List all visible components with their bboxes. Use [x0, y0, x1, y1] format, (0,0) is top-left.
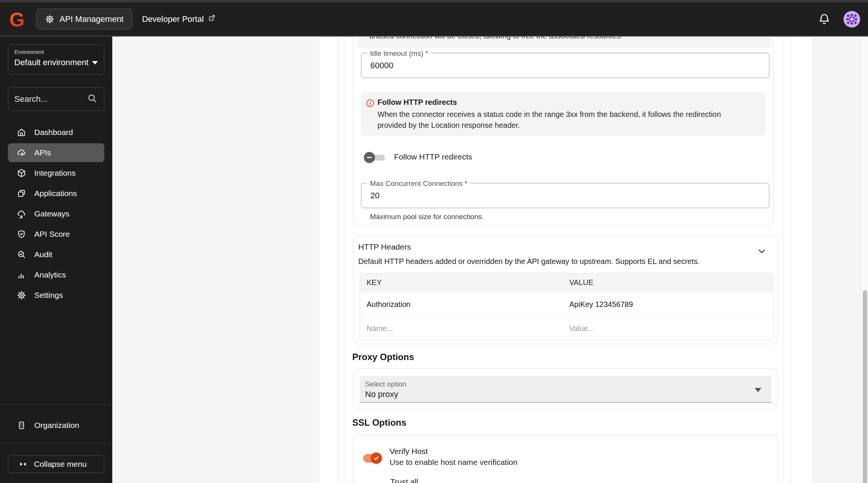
- external-link-icon: [208, 14, 216, 24]
- follow-redirects-info: Follow HTTP redirects When the connector…: [361, 92, 765, 136]
- http-headers-card: HTTP Headers Default HTTP headers added …: [353, 236, 778, 344]
- sidebar-item-label: Gateways: [34, 209, 69, 218]
- main-content: unused connection will be closed, allowi…: [112, 37, 868, 483]
- collapse-menu-button[interactable]: Collapse menu: [8, 455, 104, 473]
- verify-host-toggle[interactable]: [363, 452, 383, 464]
- environment-label: Environment: [14, 49, 98, 55]
- table-header-row: KEY VALUE: [360, 273, 773, 292]
- sidebar-item-dashboard[interactable]: Dashboard: [8, 123, 104, 142]
- windows-stack-icon: [17, 189, 26, 198]
- collapse-arrows-icon: [18, 459, 28, 469]
- ssl-options-heading: SSL Options: [352, 417, 406, 428]
- idle-timeout-note-text: unused connection will be closed, allowi…: [369, 37, 622, 40]
- collapse-menu-label: Collapse menu: [34, 460, 87, 469]
- proxy-select[interactable]: Select option No proxy: [360, 376, 771, 403]
- follow-redirects-toggle-label: Follow HTTP redirects: [394, 152, 472, 161]
- follow-redirects-toggle[interactable]: [364, 152, 386, 163]
- ssl-options-card: Verify Host Use to enable host name veri…: [353, 435, 778, 483]
- sidebar-item-audit[interactable]: Audit: [8, 245, 104, 264]
- sidebar: Environment Default environment Search..…: [0, 37, 112, 483]
- shield-check-icon: [17, 229, 26, 239]
- info-icon: [366, 99, 374, 109]
- http-headers-description: Default HTTP headers added or overridden…: [358, 257, 700, 266]
- idle-timeout-value: 60000: [370, 61, 393, 71]
- idle-timeout-field[interactable]: Idle timeout (ms) * 60000: [361, 53, 769, 78]
- gear-icon: [17, 290, 26, 300]
- sidebar-item-label: APIs: [34, 148, 51, 157]
- environment-value: Default environment: [14, 58, 89, 67]
- sidebar-item-label: Dashboard: [34, 128, 73, 137]
- sidebar-item-gateways[interactable]: Gateways: [8, 204, 104, 223]
- notifications-bell-icon[interactable]: [818, 12, 831, 26]
- sidebar-nav: Dashboard APIs Integrations: [8, 123, 104, 306]
- sidebar-item-organization[interactable]: Organization: [8, 416, 104, 435]
- proxy-options-heading: Proxy Options: [352, 352, 414, 362]
- sidebar-item-applications[interactable]: Applications: [8, 184, 104, 203]
- sidebar-item-label: Audit: [34, 250, 52, 259]
- sidebar-item-label: Integrations: [34, 169, 76, 178]
- cube-icon: [17, 168, 26, 178]
- developer-portal-link[interactable]: Developer Portal: [142, 14, 216, 24]
- verify-host-title: Verify Host: [390, 447, 428, 456]
- max-connections-label: Max Concurrent Connections *: [367, 179, 470, 188]
- dropdown-arrow-icon: [755, 388, 761, 392]
- max-connections-hint: Maximum pool size for connections.: [370, 213, 484, 221]
- gravitee-logo-icon[interactable]: G: [9, 9, 28, 29]
- sidebar-item-settings[interactable]: Settings: [8, 286, 104, 305]
- search-icon: [87, 93, 98, 106]
- toggle-thumb: [371, 452, 382, 464]
- verify-host-description: Use to enable host name verification: [390, 458, 518, 467]
- user-avatar[interactable]: [843, 11, 860, 28]
- header-key-cell[interactable]: Authorization: [360, 300, 569, 309]
- column-header-value: VALUE: [569, 278, 773, 287]
- bar-chart-icon: [17, 270, 26, 280]
- proxy-select-label: Select option: [365, 380, 406, 388]
- scrollbar-track[interactable]: [861, 37, 868, 483]
- follow-redirects-info-body: When the connector receives a status cod…: [377, 109, 747, 131]
- header-value-cell[interactable]: ApiKey 123456789: [569, 300, 773, 309]
- divider: [0, 443, 112, 444]
- toggle-thumb: [364, 152, 375, 163]
- proxy-options-card: Select option No proxy: [353, 368, 778, 410]
- table-new-row: Name... Value...: [360, 317, 773, 340]
- column-header-key: KEY: [360, 278, 569, 287]
- magnifier-check-icon: [17, 250, 26, 259]
- topbar: G API Management Developer Portal: [0, 0, 868, 37]
- search-input[interactable]: Search...: [8, 87, 104, 111]
- trust-all-title: Trust all: [390, 477, 418, 483]
- sidebar-item-label: Organization: [34, 421, 79, 430]
- scrollbar-thumb[interactable]: [863, 290, 867, 483]
- idle-timeout-note: unused connection will be closed, allowi…: [357, 37, 772, 48]
- chevron-down-icon[interactable]: [756, 246, 767, 258]
- sidebar-item-api-score[interactable]: API Score: [8, 225, 104, 244]
- sidebar-item-apis[interactable]: APIs: [8, 143, 104, 162]
- svg-text:G: G: [9, 9, 24, 29]
- home-icon: [17, 127, 26, 137]
- new-key-input[interactable]: Name...: [360, 324, 569, 333]
- divider: [0, 405, 112, 405]
- max-connections-value: 20: [370, 191, 379, 201]
- sidebar-item-analytics[interactable]: Analytics: [8, 265, 104, 284]
- table-row: Authorization ApiKey 123456789: [360, 292, 773, 317]
- max-connections-field[interactable]: Max Concurrent Connections * 20: [361, 183, 769, 208]
- api-management-label: API Management: [60, 14, 124, 24]
- http-headers-table: KEY VALUE Authorization ApiKey 123456789…: [360, 273, 773, 340]
- topbar-right: [818, 11, 860, 28]
- sidebar-item-integrations[interactable]: Integrations: [8, 164, 104, 182]
- follow-redirects-info-title: Follow HTTP redirects: [377, 98, 457, 107]
- check-icon: [373, 455, 380, 462]
- api-management-switcher[interactable]: API Management: [36, 9, 132, 29]
- cloud-node-icon: [17, 209, 26, 219]
- http-headers-title: HTTP Headers: [358, 242, 411, 251]
- idle-timeout-label: Idle timeout (ms) *: [367, 49, 431, 58]
- new-value-input[interactable]: Value...: [569, 324, 773, 333]
- sidebar-item-label: API Score: [34, 230, 70, 239]
- sidebar-item-label: Applications: [34, 189, 77, 198]
- chevron-down-icon: [92, 61, 98, 64]
- minus-icon: [367, 157, 372, 158]
- cloud-gear-icon: [17, 148, 26, 158]
- gear-icon: [45, 14, 55, 24]
- environment-selector[interactable]: Environment Default environment: [8, 44, 104, 75]
- proxy-select-value: No proxy: [365, 389, 398, 399]
- sidebar-item-label: Analytics: [34, 270, 66, 279]
